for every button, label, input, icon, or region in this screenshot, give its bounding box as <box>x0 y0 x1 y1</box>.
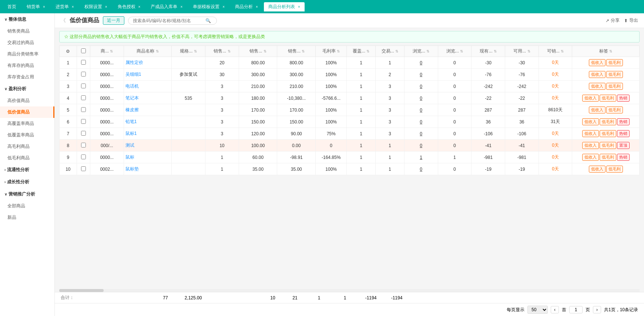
sidebar-item-capital[interactable]: 库存资金占用 <box>0 71 54 83</box>
col-stock1[interactable]: 现有... ⇅ <box>472 46 505 57</box>
close-icon[interactable]: × <box>298 5 300 9</box>
search-icon[interactable]: 🔍 <box>205 18 211 23</box>
view1-link[interactable]: 0 <box>420 143 422 148</box>
sidebar-item-new-goods[interactable]: 新品 <box>0 212 54 223</box>
col-name[interactable]: 商品名称 ⇅ <box>124 46 172 57</box>
sidebar-item-traded-goods[interactable]: 交易过的商品 <box>0 37 54 48</box>
export-btn[interactable]: ⬆ 导出 <box>624 17 638 24</box>
row-view1[interactable]: 0 <box>404 116 438 128</box>
close-icon[interactable]: × <box>222 5 225 9</box>
close-icon[interactable]: × <box>72 5 74 9</box>
sidebar-item-high-margin[interactable]: 高毛利商品 <box>0 141 54 152</box>
view1-link[interactable]: 0 <box>420 131 422 136</box>
page-input[interactable] <box>569 306 583 313</box>
sidebar-group-growth[interactable]: ›成长性分析 <box>0 176 54 188</box>
row-check[interactable] <box>77 163 90 175</box>
row-name[interactable]: 鼠标1 <box>124 128 172 140</box>
col-cover[interactable]: 覆盖... ⇅ <box>347 46 376 57</box>
view1-link[interactable]: 0 <box>420 108 422 113</box>
row-view1[interactable]: 0 <box>404 104 438 116</box>
view1-link[interactable]: 0 <box>420 119 422 125</box>
row-view1[interactable]: 0 <box>404 128 438 140</box>
first-page-btn[interactable]: ‹ <box>551 306 559 313</box>
row-name[interactable]: 笔记本 <box>124 92 172 104</box>
sidebar-group-circulation[interactable]: ›流通性分析 <box>0 164 54 176</box>
view1-link[interactable]: 0 <box>420 60 422 65</box>
sidebar-item-category-rate[interactable]: 商品分类销售率 <box>0 48 54 60</box>
sidebar-item-high-coverage[interactable]: 高覆盖率商品 <box>0 118 54 129</box>
close-icon[interactable]: × <box>43 5 45 9</box>
close-icon[interactable]: × <box>180 5 182 9</box>
collapse-btn[interactable]: 《 <box>61 17 66 24</box>
col-view2[interactable]: 浏览... ⇅ <box>438 46 472 57</box>
row-check[interactable] <box>77 92 90 104</box>
row-name[interactable]: 鼠标垫 <box>124 163 172 175</box>
row-name[interactable]: 铅笔1 <box>124 116 172 128</box>
col-trade[interactable]: 交易... ⇅ <box>376 46 405 57</box>
row-name[interactable]: 属性定价 <box>124 57 172 69</box>
row-view1[interactable]: 0 <box>404 57 438 69</box>
nav-products-inbound[interactable]: 产成品入库单× <box>146 2 187 11</box>
row-check[interactable] <box>77 140 90 152</box>
table-container[interactable]: ⚙ 商... ⇅ 商品名称 ⇅ 规格... ⇅ 销售... ⇅ 销售... ⇅ … <box>59 45 640 289</box>
nav-home[interactable]: 首页 <box>3 2 21 11</box>
close-icon[interactable]: × <box>105 5 107 9</box>
filter-btn[interactable]: 近一月 <box>103 16 124 25</box>
view1-link[interactable]: 1 <box>420 155 422 160</box>
close-icon[interactable]: × <box>138 5 141 9</box>
close-icon[interactable]: × <box>256 5 258 9</box>
row-name[interactable]: 吴细细1 <box>124 69 172 81</box>
col-check-all[interactable] <box>77 46 90 57</box>
search-input[interactable] <box>133 18 203 23</box>
nav-sales[interactable]: 销货单× <box>22 2 50 11</box>
row-check[interactable] <box>77 104 90 116</box>
row-view1[interactable]: 0 <box>404 163 438 175</box>
sidebar-item-high-value[interactable]: 高价值商品 <box>0 95 54 106</box>
nav-purchase[interactable]: 进货单× <box>51 2 78 11</box>
row-view1[interactable]: 1 <box>404 152 438 163</box>
row-check[interactable] <box>77 69 90 81</box>
nav-permissions[interactable]: 权限设置× <box>80 2 112 11</box>
horizontal-scrollbar[interactable] <box>59 289 640 292</box>
col-sellable[interactable]: 可销... ⇅ <box>539 46 572 57</box>
scrollbar-thumb[interactable] <box>59 289 104 292</box>
nav-template-settings[interactable]: 单据模板设置× <box>188 2 229 11</box>
row-check[interactable] <box>77 152 90 163</box>
row-view1[interactable]: 0 <box>404 92 438 104</box>
col-sale-amount[interactable]: 销售... ⇅ <box>277 46 316 57</box>
sidebar-group-overall[interactable]: ∨整体信息 <box>0 13 54 26</box>
col-tags[interactable]: 标签 ⇅ <box>572 46 640 57</box>
view1-link[interactable]: 0 <box>420 167 422 172</box>
check-all-checkbox[interactable] <box>81 48 86 53</box>
col-stock2[interactable]: 可用... ⇅ <box>505 46 539 57</box>
col-spec[interactable]: 规格... ⇅ <box>172 46 205 57</box>
row-check[interactable] <box>77 81 90 92</box>
sidebar-item-low-coverage[interactable]: 低覆盖率商品 <box>0 129 54 141</box>
nav-product-analysis-list[interactable]: 商品分析列表× <box>264 2 305 11</box>
row-check[interactable] <box>77 128 90 140</box>
nav-product-analysis[interactable]: 商品分析× <box>231 2 262 11</box>
col-code[interactable]: 商... ⇅ <box>90 46 124 57</box>
view1-link[interactable]: 0 <box>420 96 422 101</box>
sidebar-item-sales-goods[interactable]: 销售类商品 <box>0 26 54 37</box>
row-check[interactable] <box>77 116 90 128</box>
nav-roles[interactable]: 角色授权× <box>113 2 145 11</box>
row-view1[interactable]: 0 <box>404 81 438 92</box>
col-view1[interactable]: 浏览... ⇅ <box>404 46 438 57</box>
col-margin[interactable]: 毛利率 ⇅ <box>316 46 347 57</box>
row-name[interactable]: 橡皮擦 <box>124 104 172 116</box>
page-size-select[interactable]: 50 100 <box>527 306 548 314</box>
row-name[interactable]: 测试 <box>124 140 172 152</box>
row-name[interactable]: 电话机 <box>124 81 172 92</box>
col-sale-qty[interactable]: 销售... ⇅ <box>205 46 239 57</box>
sidebar-group-profit[interactable]: ∨盈利分析 <box>0 83 54 95</box>
row-view1[interactable]: 0 <box>404 140 438 152</box>
share-btn[interactable]: ↗ 分享 <box>606 17 620 24</box>
view1-link[interactable]: 0 <box>420 72 422 77</box>
sidebar-group-marketing[interactable]: ∨营销推广分析 <box>0 188 54 200</box>
sidebar-item-all-goods[interactable]: 全部商品 <box>0 200 54 212</box>
view1-link[interactable]: 0 <box>420 84 422 89</box>
sidebar-item-low-margin[interactable]: 低毛利商品 <box>0 152 54 164</box>
col-sale-price[interactable]: 销售... ⇅ <box>239 46 277 57</box>
row-check[interactable] <box>77 57 90 69</box>
